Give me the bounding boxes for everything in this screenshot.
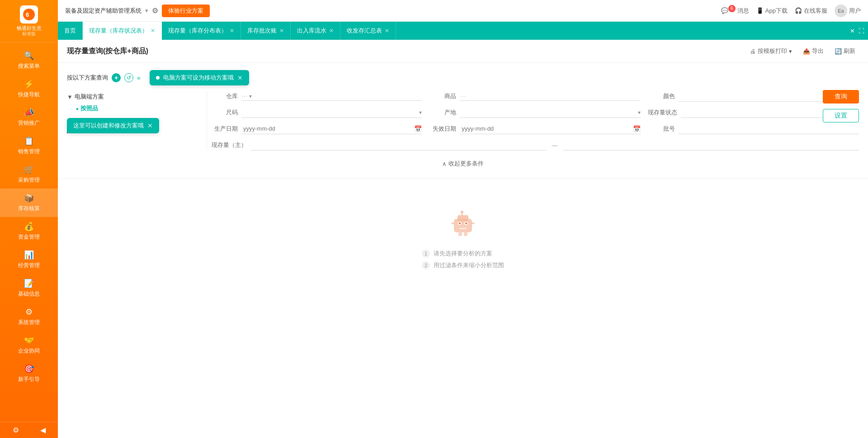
- sidebar-item-management[interactable]: 📊 经营管理: [0, 245, 58, 274]
- sidebar-item-purchase[interactable]: 🛒 采购管理: [0, 160, 58, 188]
- page-header: 现存量查询(按仓库+商品) 🖨 按模板打印 ▾ 📤 导出 🔄 刷新: [58, 40, 868, 63]
- filter-add-btn[interactable]: +: [112, 73, 121, 82]
- collapse-bar[interactable]: ∧ 收起更多条件: [67, 156, 859, 171]
- page-title: 现存量查询(按仓库+商品): [67, 47, 148, 56]
- chevron-up-icon: ∧: [442, 160, 447, 167]
- tab-close-stock-status[interactable]: ✕: [151, 28, 155, 34]
- filter-warehouse: 仓库 ··· ▾: [211, 91, 422, 102]
- tab-close-batch[interactable]: ✕: [279, 28, 284, 34]
- sidebar-item-search[interactable]: 🔍 搜索菜单: [0, 46, 58, 75]
- svg-point-14: [461, 211, 463, 213]
- collab-icon: 🤝: [24, 335, 34, 345]
- size-label: 尺码: [211, 108, 238, 117]
- origin-chevron-icon: ▾: [638, 109, 641, 116]
- system-name: 装备及固定资产辅助管理系统: [65, 7, 142, 15]
- query-btn[interactable]: 查询: [823, 90, 859, 104]
- stock-status-label: 现存量状态: [648, 108, 677, 117]
- sidebar-item-collab[interactable]: 🤝 企业协同: [0, 331, 58, 359]
- tab-close-summary[interactable]: ✕: [385, 28, 389, 34]
- user-info[interactable]: Ea 用户: [835, 5, 861, 17]
- quicknav-icon: ⚡: [24, 79, 34, 89]
- production-date-calendar-icon[interactable]: 📅: [414, 125, 422, 132]
- sidebar-item-basic[interactable]: 📝 基础信息: [0, 274, 58, 302]
- message-icon: 💬: [721, 7, 728, 14]
- tooltip-scheme-close[interactable]: ✕: [237, 74, 243, 81]
- filter-size: 尺码 ▾: [211, 107, 422, 118]
- phone-icon: 📱: [756, 7, 764, 14]
- system-icon: ⚙: [25, 307, 33, 317]
- tab-expand-icon[interactable]: ⛶: [859, 28, 864, 34]
- batch-input[interactable]: [679, 123, 859, 134]
- headset-icon: 🎧: [795, 7, 802, 14]
- topbar-right: 💬 6 消息 📱 App下载 🎧 在线客服 Ea 用户: [721, 5, 861, 17]
- tab-summary[interactable]: 收发存汇总表 ✕: [340, 22, 396, 40]
- filter-product: 商品 ···: [429, 91, 640, 102]
- warehouse-dots[interactable]: ···: [241, 92, 247, 100]
- scheme-desktop[interactable]: ▼ 电脑端方案: [67, 91, 199, 103]
- scheme-desktop-arrow: ▼: [67, 94, 73, 100]
- tab-batch[interactable]: 库存批次账 ✕: [241, 22, 291, 40]
- industry-btn[interactable]: 体验行业方案: [162, 5, 210, 17]
- production-date-input[interactable]: [241, 123, 414, 134]
- filter-left-panel: ▼ 电脑端方案 ● 按照品 这里可以创建和修改方案哦: [67, 91, 207, 151]
- refresh-btn[interactable]: 🔄 刷新: [831, 45, 859, 57]
- stock-main-to-input[interactable]: [563, 140, 859, 151]
- tab-inout[interactable]: 出入库流水 ✕: [291, 22, 340, 40]
- sidebar-item-system[interactable]: ⚙ 系统管理: [0, 302, 58, 331]
- online-service-btn[interactable]: 🎧 在线客服: [795, 7, 827, 15]
- sidebar-item-quicknav[interactable]: ⚡ 快捷导航: [0, 75, 58, 103]
- scheme-child-dot: ●: [76, 106, 79, 111]
- filter-back-btn[interactable]: «: [137, 74, 141, 81]
- print-btn[interactable]: 🖨 按模板打印 ▾: [746, 45, 796, 57]
- app-download-btn[interactable]: 📱 App下载: [756, 7, 788, 15]
- tab-close-inout[interactable]: ✕: [329, 28, 334, 34]
- size-input[interactable]: [241, 107, 419, 118]
- origin-label: 产地: [429, 108, 456, 117]
- tab-stock-status[interactable]: 现存量（库存状况表） ✕: [83, 22, 162, 40]
- filter-refresh-btn[interactable]: ↺: [124, 73, 133, 82]
- reset-btn[interactable]: 设置: [823, 109, 859, 122]
- production-date-label: 生产日期: [211, 125, 238, 133]
- tooltip-create-close[interactable]: ✕: [147, 122, 153, 129]
- sidebar-item-sales[interactable]: 📋 销售管理: [0, 132, 58, 160]
- sidebar-nav: 🔍 搜索菜单 ⚡ 快捷导航 📣 营销推广 📋 销售管理 🛒 采购管理 📦 库存核…: [0, 42, 58, 422]
- tab-stock-dist[interactable]: 现存量（库存分布表） ✕: [162, 22, 241, 40]
- svg-rect-11: [458, 232, 462, 236]
- origin-input[interactable]: [460, 107, 637, 118]
- tab-close-stock-dist[interactable]: ✕: [230, 28, 234, 34]
- sidebar-item-finance[interactable]: 💰 资金管理: [0, 217, 58, 245]
- print-dropdown-icon: ▾: [789, 48, 792, 55]
- tab-close-all-icon[interactable]: ✕: [850, 28, 855, 34]
- export-btn[interactable]: 📤 导出: [799, 45, 827, 57]
- search-icon: 🔍: [24, 51, 34, 61]
- avatar: Ea: [835, 5, 847, 17]
- svg-rect-3: [458, 215, 468, 221]
- tab-home[interactable]: 首页: [58, 22, 83, 40]
- stock-main-from-input[interactable]: [250, 140, 547, 151]
- message-btn[interactable]: 💬 6 消息: [721, 7, 749, 15]
- system-dropdown-icon[interactable]: ▾: [145, 7, 148, 14]
- svg-text:6: 6: [26, 11, 29, 18]
- empty-state: 1 请先选择要分析的方案 2 用过滤条件来缩小分析范围: [58, 179, 868, 300]
- sidebar-settings-btn[interactable]: ⚙: [13, 426, 19, 434]
- sidebar-item-marketing[interactable]: 📣 营销推广: [0, 103, 58, 132]
- sidebar-collapse-btn[interactable]: ◀: [40, 426, 46, 434]
- product-dots[interactable]: ···: [460, 92, 466, 100]
- filter-header: 按以下方案查询 + ↺ « 电脑方案可设为移动方案哦 ✕: [67, 70, 859, 85]
- expiry-date-calendar-icon[interactable]: 📅: [633, 125, 641, 132]
- sidebar-item-guide[interactable]: 🎯 新手引导: [0, 359, 58, 388]
- sidebar: 6 畅通好生意 标准版 🔍 搜索菜单 ⚡ 快捷导航 📣 营销推广 📋 销售管理 …: [0, 0, 58, 438]
- expiry-date-input[interactable]: [460, 123, 632, 134]
- empty-steps: 1 请先选择要分析的方案 2 用过滤条件来缩小分析范围: [422, 250, 504, 273]
- svg-rect-10: [471, 222, 475, 224]
- svg-rect-12: [464, 232, 467, 236]
- management-icon: 📊: [24, 250, 34, 260]
- size-select-wrapper: ▾: [241, 107, 422, 118]
- sidebar-item-inventory[interactable]: 📦 库存核算: [0, 188, 58, 217]
- action-buttons: 查询 设置: [823, 90, 859, 122]
- svg-rect-8: [459, 228, 467, 229]
- scheme-desktop-child1[interactable]: ● 按照品: [76, 103, 199, 114]
- app-name: 畅通好生意 标准版: [17, 25, 42, 37]
- settings-gear-icon[interactable]: ⚙: [152, 6, 158, 15]
- expiry-date-wrapper: 📅: [460, 123, 640, 134]
